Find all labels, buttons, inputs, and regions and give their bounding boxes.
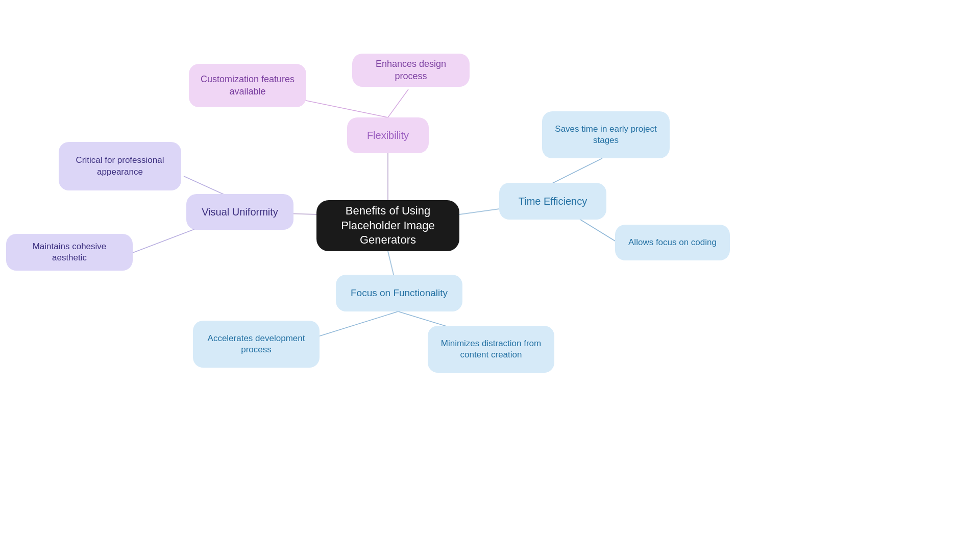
center-node: Benefits of Using Placeholder Image Gene… xyxy=(316,200,459,251)
allows-focus-node: Allows focus on coding xyxy=(615,225,730,260)
svg-line-5 xyxy=(388,89,408,117)
svg-line-8 xyxy=(551,158,602,184)
maintains-aesthetic-node: Maintains cohesive aesthetic xyxy=(6,234,133,271)
svg-line-4 xyxy=(301,100,388,117)
enhances-design-node: Enhances design process xyxy=(352,54,470,87)
svg-line-10 xyxy=(316,311,398,337)
visual-uniformity-node: Visual Uniformity xyxy=(186,194,293,230)
minimizes-distraction-node: Minimizes distraction from content creat… xyxy=(428,326,554,373)
saves-time-node: Saves time in early project stages xyxy=(542,111,670,158)
focus-functionality-node: Focus on Functionality xyxy=(336,275,462,311)
flexibility-node: Flexibility xyxy=(347,117,429,153)
critical-professional-node: Critical for professional appearance xyxy=(59,142,181,190)
customization-node: Customization features available xyxy=(189,64,306,107)
time-efficiency-node: Time Efficiency xyxy=(499,183,606,220)
accelerates-node: Accelerates development process xyxy=(193,321,320,368)
